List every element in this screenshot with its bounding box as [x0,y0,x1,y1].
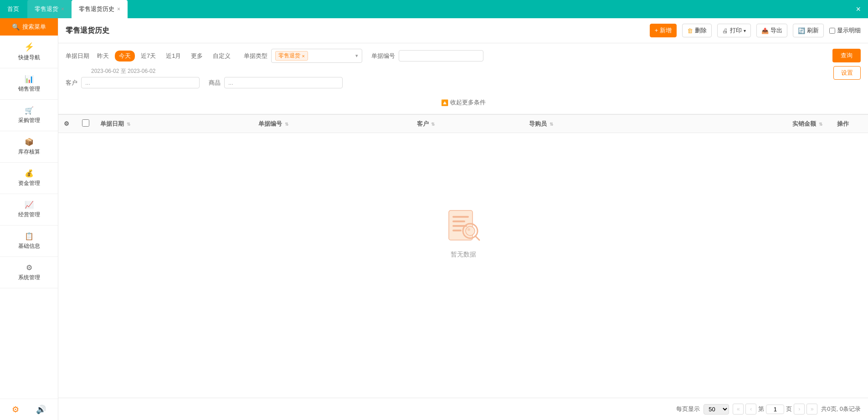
select-all-checkbox[interactable] [82,119,89,127]
voucher-type-select[interactable]: 零售退货 × ▾ [271,49,362,63]
customer-label: 客户 [66,79,77,87]
filter-goods: 商品 ... [209,77,343,88]
sidebar-item-sales-mgmt[interactable]: 📊 销售管理 [0,68,58,100]
tab-retail-return-history-close[interactable]: × [117,6,120,12]
collapse-button[interactable]: 🔼 收起更多条件 [441,97,486,108]
date-btn-custom[interactable]: 自定义 [209,51,235,61]
voucher-type-dropdown-icon: ▾ [355,53,358,59]
date-btn-more[interactable]: 更多 [187,51,207,61]
table-area: ⚙ 单据日期 ⇅ 单据编号 ⇅ [58,114,868,398]
tab-retail-return-close[interactable]: × [61,6,64,12]
table-body: 暂无数据 [58,133,868,332]
customer-select[interactable]: ... [81,77,200,88]
delete-label: 删除 [695,26,707,35]
column-settings-icon[interactable]: ⚙ [64,120,69,127]
voucher-type-tag-close[interactable]: × [302,53,304,59]
next-page-button[interactable]: › [794,404,805,415]
date-btn-7days[interactable]: 近7天 [137,51,160,61]
delete-button[interactable]: 🗑 删除 [682,24,712,37]
date-btn-yesterday[interactable]: 昨天 [93,51,113,61]
pagination: 每页显示 10 20 50 100 « ‹ 第 页 › » 共0页, 0条记录 [58,398,868,420]
sidebar-item-base-info[interactable]: 📋 基础信息 [0,225,58,257]
new-button[interactable]: + 新增 [650,24,677,37]
date-btn-today[interactable]: 今天 [115,51,135,61]
refresh-button[interactable]: 🔄 刷新 [793,24,824,37]
print-dropdown-icon: ▾ [744,28,746,33]
filter-right-actions: 查询 设置 [832,49,861,80]
set-button[interactable]: 设置 [833,66,861,80]
tab-list: 首页 零售退货 × 零售退货历史 × [0,0,856,18]
th-guide-label: 导购员 [529,120,547,127]
svg-rect-2 [452,220,465,222]
sidebar-item-purchase-mgmt[interactable]: 🛒 采购管理 [0,100,58,131]
delete-icon: 🗑 [687,27,693,34]
tab-home[interactable]: 首页 [0,0,26,18]
filter-voucher-date: 单据日期 昨天 今天 近7天 近1月 更多 自定义 [66,51,235,61]
sidebar: 🔍 搜索菜单 ⚡ 快捷导航 📊 销售管理 🛒 采购管理 📦 库存核算 💰 资金管… [0,18,58,420]
sidebar-item-inventory[interactable]: 📦 库存核算 [0,131,58,163]
query-button[interactable]: 查询 [832,49,861,62]
th-settings[interactable]: ⚙ [58,115,77,133]
th-voucher-date-label: 单据日期 [100,120,124,127]
sidebar-item-operations[interactable]: 📈 经营管理 [0,194,58,225]
print-label: 打印 [730,26,742,35]
show-detail-checkbox[interactable] [829,28,835,34]
svg-rect-4 [452,230,462,231]
voucher-type-tag-label: 零售退货 [278,52,300,60]
page-number-input[interactable] [766,405,784,414]
show-detail-checkbox-label[interactable]: 显示明细 [829,26,861,35]
first-page-button[interactable]: « [733,404,744,415]
data-table: ⚙ 单据日期 ⇅ 单据编号 ⇅ [58,114,868,332]
sidebar-item-finance-label: 资金管理 [18,179,40,187]
empty-state: 暂无数据 [58,169,868,295]
page-header: 零售退货历史 + 新增 🗑 删除 🖨 打印 ▾ 📤 导出 🔄 [58,18,868,43]
sidebar-item-quick-nav[interactable]: ⚡ 快捷导航 [0,36,58,68]
prev-page-button[interactable]: ‹ [745,404,756,415]
sidebar-item-system-mgmt[interactable]: ⚙ 系统管理 [0,257,58,288]
th-actions: 操作 [832,115,868,133]
sales-mgmt-icon: 📊 [25,75,34,83]
print-icon: 🖨 [722,27,728,34]
operations-icon: 📈 [25,200,34,209]
th-voucher-no-label: 单据编号 [258,120,282,127]
svg-point-8 [467,228,470,231]
th-customer[interactable]: 客户 ⇅ [411,115,524,133]
voucher-type-tag: 零售退货 × [275,51,308,61]
page-size-select[interactable]: 10 20 50 100 [704,404,729,415]
page-label-post: 页 [786,405,792,413]
voucher-date-label: 单据日期 [66,52,89,60]
last-page-button[interactable]: » [806,404,817,415]
tab-retail-return[interactable]: 零售退货 × [27,0,72,18]
th-guide[interactable]: 导购员 ⇅ [524,115,659,133]
purchase-mgmt-icon: 🛒 [25,106,34,115]
page-nav: « ‹ 第 页 › » [733,404,817,415]
sidebar-search[interactable]: 🔍 搜索菜单 [0,18,58,36]
voucher-no-input[interactable] [399,50,483,61]
sort-voucher-date-icon: ⇅ [127,122,130,127]
goods-select[interactable]: ... [224,77,343,88]
per-page-label: 每页显示 [676,405,700,413]
content-area: 零售退货历史 + 新增 🗑 删除 🖨 打印 ▾ 📤 导出 🔄 [58,18,868,420]
empty-icon [441,206,486,247]
sort-customer-icon: ⇅ [431,122,435,127]
th-checkbox [77,115,95,133]
tab-home-label: 首页 [7,5,19,13]
sidebar-item-operations-label: 经营管理 [18,211,40,219]
print-button[interactable]: 🖨 打印 ▾ [717,24,751,37]
th-voucher-no[interactable]: 单据编号 ⇅ [253,115,411,133]
sidebar-item-finance[interactable]: 💰 资金管理 [0,163,58,194]
date-range-text: 2023-06-02 至 2023-06-02 [91,68,155,74]
settings-bottom-icon[interactable]: ⚙ [12,405,19,415]
window-close-button[interactable]: × [856,5,861,14]
filter-row-1: 单据日期 昨天 今天 近7天 近1月 更多 自定义 [66,49,825,63]
goods-label: 商品 [209,79,221,87]
export-button[interactable]: 📤 导出 [756,24,787,37]
sidebar-item-system-mgmt-label: 系统管理 [18,274,40,282]
filter-voucher-type: 单据类型 零售退货 × ▾ [244,49,362,63]
volume-icon[interactable]: 🔊 [36,405,46,415]
sidebar-item-base-info-label: 基础信息 [18,242,40,250]
th-voucher-date[interactable]: 单据日期 ⇅ [95,115,253,133]
th-actual-amount[interactable]: 实销金额 ⇅ [659,115,832,133]
tab-retail-return-history[interactable]: 零售退货历史 × [72,0,128,18]
date-btn-1month[interactable]: 近1月 [162,51,185,61]
